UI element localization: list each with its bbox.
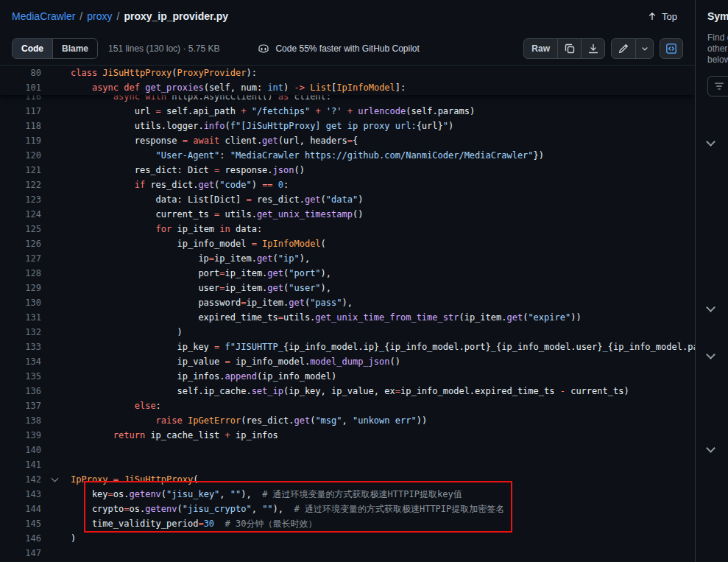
line-number[interactable]: 129	[0, 281, 41, 295]
breadcrumb-separator: /	[79, 10, 82, 22]
chevron-down-icon[interactable]	[706, 443, 715, 453]
line-number[interactable]: 119	[0, 133, 41, 148]
fold-gutter	[41, 163, 71, 178]
back-to-top-button[interactable]: Top	[641, 8, 683, 25]
code-line: 124 current_ts = utils.get_unix_timestam…	[0, 207, 695, 222]
code-line: 146)	[0, 531, 695, 546]
fold-gutter	[41, 251, 71, 266]
tab-code[interactable]: Code	[13, 39, 53, 58]
fold-gutter	[41, 413, 71, 428]
fold-gutter	[41, 487, 71, 502]
code-line: 133 ip_key = f"JISUHTTP_{ip_info_model.i…	[0, 340, 695, 354]
code-line: 117 url = self.api_path + "/fetchips" + …	[0, 104, 695, 119]
line-number[interactable]: 120	[0, 148, 41, 163]
line-number[interactable]: 126	[0, 236, 41, 251]
line-number[interactable]: 135	[0, 369, 41, 384]
symbols-filter-input[interactable]	[707, 76, 728, 96]
line-number[interactable]: 124	[0, 207, 41, 222]
breadcrumb-repo-link[interactable]: MediaCrawler	[12, 10, 75, 22]
line-number[interactable]: 142	[0, 472, 41, 487]
chevron-down-icon[interactable]	[706, 350, 715, 359]
line-number[interactable]: 136	[0, 384, 41, 398]
fold-gutter	[41, 207, 71, 222]
raw-button[interactable]: Raw	[524, 39, 557, 58]
line-number[interactable]: 140	[0, 443, 41, 457]
breadcrumb-folder-link[interactable]: proxy	[87, 10, 112, 22]
download-button[interactable]	[581, 39, 604, 58]
line-number[interactable]: 145	[0, 516, 41, 531]
file-header: MediaCrawler / proxy / proxy_ip_provider…	[0, 0, 695, 32]
code-text: response = await client.get(url, headers…	[71, 133, 695, 148]
edit-button[interactable]	[612, 39, 635, 58]
line-number[interactable]: 143	[0, 487, 41, 502]
line-number[interactable]: 118	[0, 119, 41, 133]
fold-gutter	[41, 325, 71, 340]
code-line: 140	[0, 443, 695, 457]
line-number[interactable]: 125	[0, 222, 41, 236]
fold-gutter	[41, 133, 71, 148]
line-number[interactable]: 139	[0, 428, 41, 443]
code-line: 130 password=ip_item.get("pass"),	[0, 295, 695, 310]
sticky-context-lines: 80class JiSuHttpProxy(ProxyProvider):101…	[0, 66, 695, 95]
edit-dropdown-button[interactable]	[635, 39, 653, 58]
code-text: url = self.api_path + "/fetchips" + '?' …	[71, 104, 695, 119]
line-number[interactable]: 133	[0, 340, 41, 354]
fold-gutter	[41, 148, 71, 163]
line-number[interactable]: 144	[0, 502, 41, 516]
fold-gutter	[41, 119, 71, 133]
code-text: return ip_cache_list + ip_infos	[71, 428, 695, 443]
code-line: 132 )	[0, 325, 695, 340]
symbols-panel-toggle-button[interactable]	[660, 38, 683, 59]
line-number[interactable]: 123	[0, 192, 41, 207]
code-text: class JiSuHttpProxy(ProxyProvider):	[71, 66, 695, 80]
code-line: 144 crypto=os.getenv("jisu_crypto", ""),…	[0, 502, 695, 516]
fold-gutter	[41, 398, 71, 413]
fold-gutter	[41, 457, 71, 472]
line-number[interactable]: 122	[0, 178, 41, 192]
raw-actions-group: Raw	[523, 38, 605, 59]
line-number[interactable]: 147	[0, 546, 41, 561]
code-blame-switcher: Code Blame	[12, 38, 98, 59]
chevron-down-icon[interactable]	[706, 137, 715, 147]
code-text: key=os.getenv("jisu_key", ""), # 通过环境变量的…	[71, 487, 695, 502]
code-text: user=ip_item.get("user"),	[71, 281, 695, 295]
code-line: 127 ip=ip_item.get("ip"),	[0, 251, 695, 266]
line-number[interactable]: 134	[0, 354, 41, 369]
code-line: 120 "User-Agent": "MediaCrawler https://…	[0, 148, 695, 163]
toolbar-actions: Raw	[523, 38, 683, 59]
code-line: 123 data: List[Dict] = res_dict.get("dat…	[0, 192, 695, 207]
tab-blame[interactable]: Blame	[53, 39, 97, 58]
code-line: 128 port=ip_item.get("port"),	[0, 266, 695, 281]
main-content: MediaCrawler / proxy / proxy_ip_provider…	[0, 0, 695, 562]
chevron-down-icon[interactable]	[706, 303, 715, 312]
code-line: 141	[0, 457, 695, 472]
line-number[interactable]: 101	[0, 80, 41, 95]
code-line: 80class JiSuHttpProxy(ProxyProvider):	[0, 66, 695, 80]
line-number[interactable]: 127	[0, 251, 41, 266]
fold-gutter	[41, 340, 71, 354]
line-number[interactable]: 138	[0, 413, 41, 428]
line-number[interactable]: 137	[0, 398, 41, 413]
copy-button[interactable]	[557, 39, 581, 58]
fold-chevron-icon[interactable]	[52, 475, 59, 482]
line-number[interactable]: 116	[0, 95, 41, 104]
code-text	[71, 457, 695, 472]
line-number[interactable]: 121	[0, 163, 41, 178]
line-number[interactable]: 117	[0, 104, 41, 119]
line-number[interactable]: 132	[0, 325, 41, 340]
line-number[interactable]: 128	[0, 266, 41, 281]
line-number[interactable]: 141	[0, 457, 41, 472]
line-number[interactable]: 146	[0, 531, 41, 546]
file-toolbar: Code Blame 151 lines (130 loc) · 5.75 KB…	[0, 32, 695, 65]
code-text: port=ip_item.get("port"),	[71, 266, 695, 281]
code-line: 139 return ip_cache_list + ip_infos	[0, 428, 695, 443]
code-text: ip=ip_item.get("ip"),	[71, 251, 695, 266]
code-text: async with httpx.AsyncClient() as client…	[71, 95, 695, 104]
fold-gutter	[41, 222, 71, 236]
code-line: 145 time_validity_period=30 # 30分钟（最长时效）	[0, 516, 695, 531]
fold-gutter	[41, 369, 71, 384]
line-number[interactable]: 80	[0, 66, 41, 80]
code-text: if res_dict.get("code") == 0:	[71, 178, 695, 192]
line-number[interactable]: 130	[0, 295, 41, 310]
line-number[interactable]: 131	[0, 310, 41, 325]
